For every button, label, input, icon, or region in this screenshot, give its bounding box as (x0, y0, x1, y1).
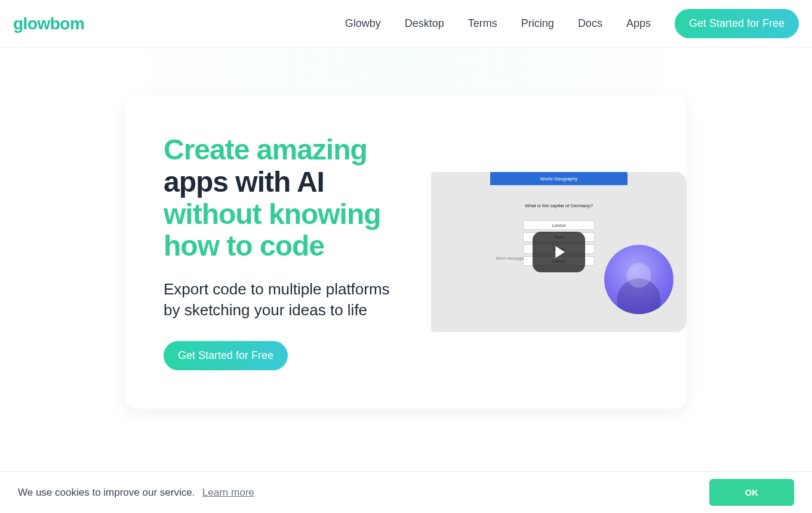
preview-input-placeholder: Send message... (496, 256, 527, 260)
hero-sub-line2: by sketching your ideas to life (164, 301, 367, 319)
get-started-button[interactable]: Get Started for Free (675, 9, 799, 38)
nav-link-terms[interactable]: Terms (468, 17, 497, 30)
play-icon (549, 242, 569, 262)
hero-section: Create amazing apps with AI without know… (0, 48, 812, 408)
cookie-learn-more-link[interactable]: Learn more (202, 487, 254, 498)
hero-title-line1: Create amazing (164, 134, 367, 165)
preview-app-title: World Geography (490, 172, 628, 185)
hero-title-line2: apps with AI (164, 166, 324, 198)
play-button[interactable] (533, 232, 585, 272)
hero-get-started-button[interactable]: Get Started for Free (164, 341, 288, 370)
cookie-accept-button[interactable]: OK (709, 479, 795, 506)
logo[interactable]: glowbom (13, 14, 84, 33)
cookie-text: We use cookies to improve our service. (18, 487, 195, 498)
nav-link-desktop[interactable]: Desktop (405, 17, 444, 30)
hero-title: Create amazing apps with AI without know… (164, 134, 416, 262)
hero-sub-line1: Export code to multiple platforms (164, 280, 390, 298)
hero-subtitle: Export code to multiple platforms by ske… (164, 279, 416, 321)
hero-content: Create amazing apps with AI without know… (164, 134, 416, 370)
nav-link-apps[interactable]: Apps (626, 17, 651, 30)
hero-title-line3: without knowing how to code (164, 198, 381, 262)
preview-option: London (523, 220, 595, 230)
nav-link-glowby[interactable]: Glowby (345, 17, 381, 30)
nav-link-pricing[interactable]: Pricing (521, 17, 554, 30)
header: glowbom Glowby Desktop Terms Pricing Doc… (0, 0, 812, 48)
preview-question: What is the capital of Germany? (490, 203, 628, 208)
top-nav: Glowby Desktop Terms Pricing Docs Apps G… (345, 9, 799, 38)
hero-card: Create amazing apps with AI without know… (125, 96, 687, 408)
nav-link-docs[interactable]: Docs (578, 17, 602, 30)
cookie-banner: We use cookies to improve our service. L… (0, 471, 812, 513)
cookie-message: We use cookies to improve our service. L… (18, 487, 254, 499)
avatar (604, 245, 673, 314)
video-preview[interactable]: World Geography What is the capital of G… (431, 172, 687, 332)
hero-cta-wrap: Get Started for Free (164, 341, 416, 370)
